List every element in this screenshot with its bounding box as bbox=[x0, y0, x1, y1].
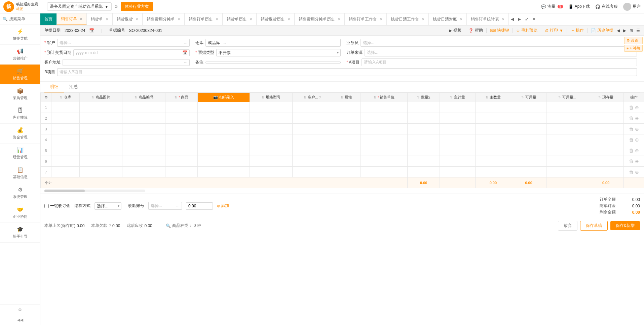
settings-btn[interactable]: ⚙ 设置 bbox=[624, 37, 643, 44]
nav-next-btn[interactable]: ▶ bbox=[623, 28, 626, 33]
delete-icon[interactable]: 🗑 bbox=[629, 137, 634, 143]
sidebar-item-inventory[interactable]: 🗄 库存核算 bbox=[0, 104, 40, 124]
tab-sales-expense-history[interactable]: 销售费用分摊单历史 ✕ bbox=[295, 13, 345, 25]
app-download-btn[interactable]: 📱 App下载 bbox=[568, 4, 590, 9]
sidebar-item-ops[interactable]: 📊 经营管理 bbox=[0, 144, 40, 163]
calendar-icon[interactable]: 📅 bbox=[89, 28, 94, 33]
shortcut-btn[interactable]: ⌨ 快捷键 bbox=[490, 28, 509, 33]
tab-close-all-btn[interactable]: ✕ bbox=[530, 13, 538, 25]
delete-icon[interactable]: 🗑 bbox=[629, 148, 634, 153]
sidebar-item-enterprise[interactable]: 🤝 企业协同 bbox=[0, 203, 40, 223]
detail-tab-detail[interactable]: 明细 bbox=[44, 82, 64, 92]
tab-sales-refund-history[interactable]: 销货退货历史 ✕ bbox=[257, 13, 295, 25]
expand-icon[interactable]: ··· bbox=[184, 60, 187, 65]
tab-close-icon[interactable]: ✕ bbox=[178, 17, 180, 21]
payment-method-select[interactable]: 选择... bbox=[94, 202, 121, 210]
table-settings-icon[interactable]: ⚙ bbox=[44, 95, 48, 99]
tab-next-btn[interactable]: ▶ bbox=[516, 13, 523, 25]
tab-cash-daily-reconcile[interactable]: 钱货日清对账 ✕ bbox=[429, 13, 467, 25]
sidebar-settings-btn[interactable]: ⚙ bbox=[0, 305, 40, 315]
profit-btn[interactable]: ☆ 毛利预览 bbox=[516, 28, 537, 33]
expand-icon[interactable]: ··· bbox=[176, 204, 180, 208]
add-fields-btn[interactable]: + + 补填 bbox=[624, 45, 643, 52]
copy-icon[interactable]: ⊕ bbox=[635, 148, 639, 153]
tab-sales-order-stats[interactable]: 销售订单统计表 ✕ bbox=[467, 13, 509, 25]
tab-sales-order-history[interactable]: 销售订单历史 ✕ bbox=[185, 13, 223, 25]
tab-expand-btn[interactable]: ⤢ bbox=[523, 13, 530, 25]
tab-sales-return-history[interactable]: 销货单历史 ✕ bbox=[223, 13, 257, 25]
tab-close-icon[interactable]: ✕ bbox=[338, 17, 340, 21]
sidebar-item-quick-nav[interactable]: ⚡ 快捷导航 bbox=[0, 25, 40, 45]
a-project-field[interactable]: 请输入A项目 bbox=[362, 58, 637, 66]
nav-prev-btn[interactable]: ◀ bbox=[617, 28, 620, 33]
tab-sales-expense-split[interactable]: 销售费用分摊单 ✕ bbox=[143, 13, 185, 25]
sidebar-collapse-btn[interactable]: ◀◀ bbox=[0, 315, 40, 325]
scan-col-header[interactable]: 📷 扫码录入 bbox=[198, 93, 250, 102]
sidebar-item-purchase[interactable]: 📦 采购管理 bbox=[0, 84, 40, 104]
customer-field[interactable]: 选择... ··· bbox=[57, 39, 190, 47]
sidebar-item-system[interactable]: ⚙ 系统管理 bbox=[0, 183, 40, 203]
account-field[interactable]: 选择... ··· bbox=[148, 202, 182, 210]
save-draft-btn[interactable]: 保存草稿 bbox=[580, 221, 608, 231]
detail-tab-summary[interactable]: 汇总 bbox=[64, 82, 83, 92]
copy-icon[interactable]: ⊕ bbox=[635, 105, 639, 110]
delete-icon[interactable]: 🗑 bbox=[629, 105, 634, 110]
delete-icon[interactable]: 🗑 bbox=[629, 159, 634, 164]
invoice-type-input[interactable]: 不开票 增值税普通发票 增值税专用发票 bbox=[216, 49, 341, 56]
deposit-amount-input[interactable] bbox=[186, 202, 213, 210]
help-btn[interactable]: ❓ 帮助 bbox=[468, 28, 483, 33]
row-qty2-cell[interactable] bbox=[408, 102, 440, 113]
row-main-unit-cell[interactable] bbox=[440, 102, 476, 113]
tab-close-icon[interactable]: ✕ bbox=[106, 17, 108, 21]
tab-close-icon[interactable]: ✕ bbox=[80, 17, 82, 21]
tab-sales-order[interactable]: 销售订单 ✕ bbox=[57, 13, 87, 25]
row-main-qty-cell[interactable] bbox=[476, 102, 511, 113]
settings-col-header[interactable]: ⚙ bbox=[41, 93, 51, 102]
tab-sales-order-workbench[interactable]: 销售订单工作台 ✕ bbox=[345, 13, 387, 25]
staff-field[interactable]: 选择... bbox=[361, 39, 637, 47]
delete-icon[interactable]: 🗑 bbox=[629, 126, 634, 132]
one-click-deposit-checkbox[interactable] bbox=[44, 204, 49, 208]
system-selector[interactable]: 装备及固定资产辅助管理系统 ▼ bbox=[47, 2, 112, 11]
scroll-thumb[interactable] bbox=[44, 190, 85, 192]
history-btn[interactable]: 📄 历史单据 bbox=[591, 28, 613, 33]
tab-close-icon[interactable]: ✕ bbox=[136, 17, 138, 21]
operation-btn[interactable]: ⋯ 操作 bbox=[570, 28, 584, 33]
discard-btn[interactable]: 放弃 bbox=[558, 221, 577, 231]
invoice-type-select[interactable]: 不开票 增值税普通发票 增值税专用发票 bbox=[216, 49, 341, 56]
sidebar-item-sales[interactable]: 🛒 销售管理 bbox=[0, 65, 40, 84]
tab-cash-daily-workbench[interactable]: 钱货日清工作台 ✕ bbox=[387, 13, 429, 25]
tab-close-icon[interactable]: ✕ bbox=[460, 17, 462, 21]
row-sales-unit-cell[interactable] bbox=[361, 102, 408, 113]
tab-sales-return[interactable]: 销货单 ✕ bbox=[87, 13, 113, 25]
copy-icon[interactable]: ⊕ bbox=[635, 137, 639, 143]
one-click-deposit-label[interactable]: 一键收订金 bbox=[44, 203, 70, 209]
copy-icon[interactable]: ⊕ bbox=[635, 159, 639, 164]
online-support-btn[interactable]: 🎧 在线客服 bbox=[595, 4, 618, 9]
delete-icon[interactable]: 🗑 bbox=[629, 169, 634, 175]
row-spec-cell[interactable] bbox=[250, 102, 292, 113]
scroll-track[interactable] bbox=[44, 190, 145, 192]
tab-close-icon[interactable]: ✕ bbox=[380, 17, 382, 21]
sidebar-item-guide[interactable]: 🎓 新手引导 bbox=[0, 223, 40, 243]
tab-close-icon[interactable]: ✕ bbox=[288, 17, 290, 21]
industry-btn[interactable]: 体验行业方案 bbox=[121, 2, 153, 11]
tab-close-icon[interactable]: ✕ bbox=[502, 17, 504, 21]
tab-prev-btn[interactable]: ◀ bbox=[509, 13, 516, 25]
tab-home[interactable]: 首页 bbox=[40, 13, 57, 25]
grid-view-btn[interactable]: ⊞ bbox=[630, 28, 633, 33]
tab-close-icon[interactable]: ✕ bbox=[250, 17, 252, 21]
user-btn[interactable]: 用户 bbox=[623, 3, 641, 11]
tab-close-icon[interactable]: ✕ bbox=[422, 17, 424, 21]
expand-icon[interactable]: ··· bbox=[223, 41, 226, 45]
tab-sales-refund[interactable]: 销货退货 ✕ bbox=[113, 13, 143, 25]
address-field[interactable]: ··· bbox=[63, 59, 190, 66]
copy-icon[interactable]: ⊕ bbox=[635, 116, 639, 121]
payment-method-input[interactable]: 选择... bbox=[94, 202, 121, 210]
sidebar-item-basic[interactable]: 📋 基础信息 bbox=[0, 163, 40, 183]
calendar-icon[interactable]: 📅 bbox=[182, 50, 187, 55]
list-view-btn[interactable]: ☰ bbox=[636, 28, 640, 33]
order-source-field[interactable]: 选择... bbox=[365, 49, 637, 56]
remark-field[interactable] bbox=[205, 62, 341, 64]
row-product-cell[interactable] bbox=[165, 102, 198, 113]
